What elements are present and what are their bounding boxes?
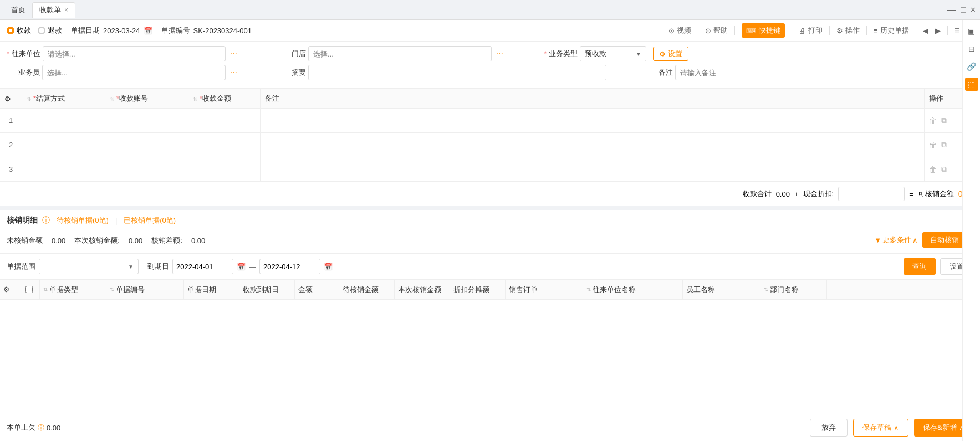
sidebar-link-icon[interactable]: 🔗 [965,60,978,73]
row-2-settlement[interactable] [22,133,105,157]
btcol-settings-icon: ⚙ [3,285,10,294]
row-1-settlement[interactable] [22,109,105,132]
date-to-icon[interactable]: 📅 [324,263,333,271]
col-remark: 备注 [261,89,925,108]
help-icon: ⊙ [705,27,711,35]
row-3-account[interactable] [105,157,188,181]
bottom-bar-right: 放弃 保存草稿 ∧ 保存&新增 ∧ [810,419,973,437]
row-2-copy-icon[interactable]: ⧉ [941,140,947,150]
business-type-field: * 业务类型 预收款 ▼ [539,46,646,61]
close-btn[interactable]: × [971,5,976,15]
pending-tab-link[interactable]: 待核销单据(0笔) [54,216,111,225]
row-2-amount[interactable] [188,133,261,157]
row-2-delete-icon[interactable]: 🗑 [929,141,937,150]
draft-btn[interactable]: 保存草稿 ∧ [853,419,908,437]
staff-more-btn[interactable]: ··· [228,68,239,78]
video-icon: ⊙ [668,27,675,35]
row-3-remark[interactable] [261,157,925,181]
btcol-pending: 待核销金额 [339,280,395,299]
video-label: 视频 [677,25,691,35]
remark-input[interactable] [675,65,973,80]
row-3-copy-icon[interactable]: ⧉ [941,165,947,174]
shortcut-btn[interactable]: ⌨ 快捷键 [742,23,785,38]
done-tab-link[interactable]: 已核销单据(0笔) [121,216,178,225]
divider6 [916,26,916,35]
history-btn[interactable]: ≡ 历史单据 [874,25,909,35]
btcol-settings[interactable]: ⚙ [0,280,22,299]
date-from-icon[interactable]: 📅 [237,263,246,271]
due-date-field: 到期日 📅 — 📅 [147,259,333,274]
discount-input[interactable] [838,187,905,201]
maximize-btn[interactable]: □ [961,5,966,15]
business-type-select[interactable]: 预收款 ▼ [580,46,646,61]
counterpart-more-btn[interactable]: ··· [228,49,239,59]
row-3-delete-icon[interactable]: 🗑 [929,165,937,174]
verification-info-icon[interactable]: ⓘ [42,216,50,225]
btcol-voucher-no: ⇅ 单据编号 [106,280,184,299]
row-1-amount[interactable] [188,109,261,132]
radio-group: 收款 退款 [7,25,62,35]
help-btn[interactable]: ⊙ 帮助 [705,25,728,35]
row-1-remark[interactable] [261,109,925,132]
calendar-icon[interactable]: 📅 [144,27,152,35]
voucher-date-label: 单据日期 [71,25,100,35]
nav-next-icon[interactable]: ▶ [935,27,941,35]
store-input[interactable] [308,46,492,61]
btcol-voucher-date: 单据日期 [184,280,239,299]
video-btn[interactable]: ⊙ 视频 [668,25,691,35]
plus-sign: + [794,190,799,198]
stat-label: 本单上欠 [7,423,35,433]
nav-prev-icon[interactable]: ◀ [923,27,928,35]
staff-input[interactable] [42,65,226,80]
layout-list-icon[interactable]: ≡ [955,25,959,35]
sidebar-list-icon[interactable]: ⊟ [965,42,978,55]
print-label: 打印 [808,25,823,35]
sort-icon-account[interactable]: ⇅ [110,96,114,102]
total-label: 收款合计 [743,189,772,199]
voucher-date-field: 单据日期 2023-03-24 📅 [71,25,152,35]
store-more-btn[interactable]: ··· [494,49,506,59]
history-label: 历史单据 [880,25,909,35]
stat-info-icon[interactable]: ⓘ [38,423,44,433]
sort-icon-settlement[interactable]: ⇅ [27,96,31,102]
operation-btn[interactable]: ⚙ 操作 [836,25,860,35]
select-all-checkbox[interactable] [25,286,33,293]
radio-refund[interactable]: 退款 [38,25,62,35]
row-2-account[interactable] [105,133,188,157]
date-from-input[interactable] [172,259,233,274]
operation-label: 操作 [845,25,860,35]
settings-button[interactable]: ⚙ 设置 [653,47,688,61]
summary-input[interactable] [308,65,606,80]
row-1-account[interactable] [105,109,188,132]
sidebar-table-icon[interactable]: ▣ [965,24,978,38]
row-3-settlement[interactable] [22,157,105,181]
row-2-remark[interactable] [261,133,925,157]
counterpart-input[interactable] [43,46,226,61]
range-select[interactable]: ▼ [39,259,139,274]
date-to-input[interactable] [259,259,320,274]
query-btn[interactable]: 查询 [904,258,936,275]
abandon-btn[interactable]: 放弃 [810,419,848,437]
minimize-btn[interactable]: — [947,5,956,15]
radio-receipt-dot [7,27,14,34]
sort-icon-amount[interactable]: ⇅ [193,96,197,102]
toolbar-right: ⊙ 视频 ⊙ 帮助 ⌨ 快捷键 🖨 打印 ⚙ 操作 [668,23,973,38]
tab-current[interactable]: 收款单 × [32,2,75,18]
col-settings[interactable]: ⚙ [0,89,22,108]
more-conditions-btn[interactable]: ▼ 更多条件 ∧ [874,235,918,245]
btcol-checkbox[interactable] [22,280,40,299]
bottom-table-header: ⚙ ⇅ 单据类型 ⇅ 单据编号 单据日期 收款到期日 [0,280,980,300]
tab-bar: 首页 收款单 × — □ × [0,0,980,20]
sidebar-expand-icon[interactable]: ⬚ [965,78,978,91]
radio-receipt[interactable]: 收款 [7,25,31,35]
gear-icon: ⚙ [659,50,666,58]
row-1-copy-icon[interactable]: ⧉ [941,116,947,125]
print-btn[interactable]: 🖨 打印 [799,25,823,35]
summary-row: 收款合计 0.00 + 现金折扣: = 可核销金额 0.00 [0,182,980,206]
row-1-delete-icon[interactable]: 🗑 [929,116,937,125]
tab-home[interactable]: 首页 [4,2,32,18]
auto-reconcile-btn[interactable]: 自动核销 [922,232,967,248]
row-3-amount[interactable] [188,157,261,181]
tab-close-icon[interactable]: × [64,6,68,14]
btcol-due-date: 收款到期日 [239,280,295,299]
